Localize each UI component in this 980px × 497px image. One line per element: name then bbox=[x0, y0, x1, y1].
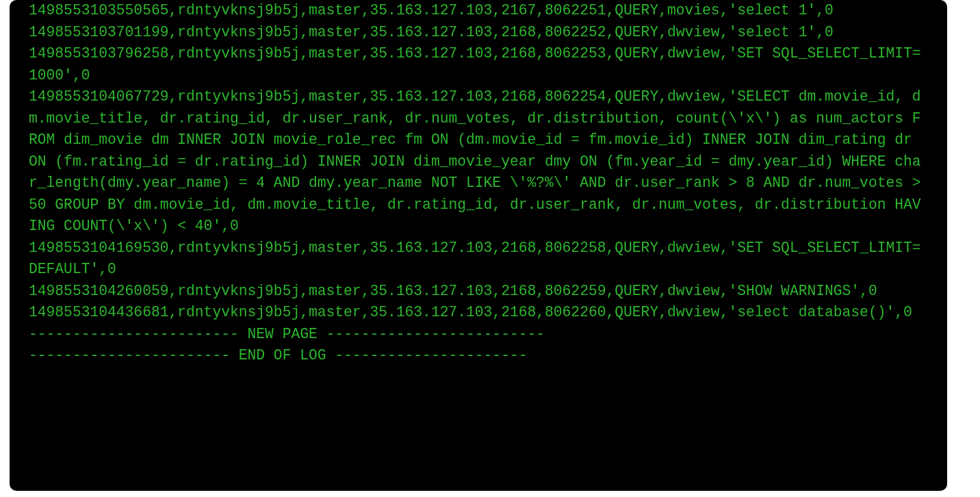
terminal-window[interactable]: 1498553103550565,rdntyvknsj9b5j,master,3… bbox=[10, 0, 947, 491]
log-output: 1498553103550565,rdntyvknsj9b5j,master,3… bbox=[29, 0, 928, 367]
